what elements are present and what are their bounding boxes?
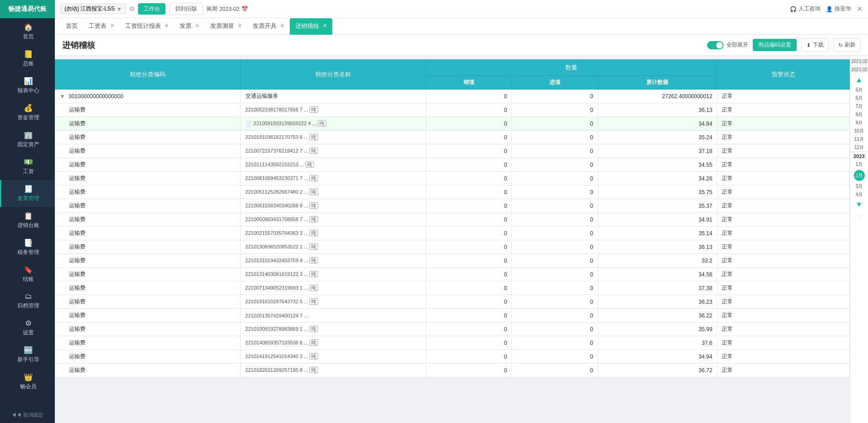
month-9[interactable]: 9月 bbox=[850, 119, 868, 127]
row-tax-code: 2210131403081619122 3 ... 吨 bbox=[240, 268, 426, 281]
tab-invoice[interactable]: 发票 ✕ bbox=[174, 18, 205, 35]
month-8[interactable]: 8月 bbox=[850, 111, 868, 119]
table-row[interactable]: 运输费 2210201357429400124 7 ... 0 0 36.22 … bbox=[55, 309, 850, 323]
row-tax-code: 2210061508340340268 8 ... 吨 bbox=[240, 199, 426, 213]
sidebar-item-ledger[interactable]: 📒 总账 bbox=[0, 45, 55, 72]
row-sales: 0 bbox=[426, 227, 512, 240]
month-5[interactable]: 5月 bbox=[850, 86, 868, 94]
toggle-track[interactable] bbox=[707, 41, 724, 49]
row-name: 运输费 bbox=[55, 240, 241, 254]
table-row[interactable]: 运输费 2210131019432403759 4 ... 吨 0 0 33.2… bbox=[55, 254, 850, 268]
month-12[interactable]: 12月 bbox=[850, 143, 868, 152]
table-row[interactable]: 运输费 2210061508340340268 8 ... 吨 0 0 35.3… bbox=[55, 199, 850, 213]
table-row[interactable]: 运输费 2210071349052319693 1 ... 吨 0 0 37.3… bbox=[55, 281, 850, 295]
calendar-icon[interactable]: 📅 bbox=[241, 6, 248, 12]
table-row[interactable]: 运输费 2210191036192170753 6 ... 吨 0 0 35.2… bbox=[55, 131, 850, 144]
table-row[interactable]: ▼ 301000000000000000 交通运输服务 0 0 27262.40… bbox=[55, 90, 850, 103]
tab-invoice-open[interactable]: 发票开具 ✕ bbox=[247, 18, 290, 35]
sidebar-item-invoice[interactable]: 🧾 发票管理 bbox=[0, 180, 55, 207]
unpin-button[interactable]: ◀◀ 取消固定 bbox=[0, 407, 55, 423]
row-purchase: 0 bbox=[512, 131, 598, 144]
active-month-2[interactable]: 2月 bbox=[854, 170, 865, 181]
tab-salary-table[interactable]: 工资表 ✕ bbox=[83, 18, 120, 35]
sidebar-item-home[interactable]: 🏠 首页 bbox=[0, 18, 55, 45]
sidebar-item-settings[interactable]: ⚙ 设置 bbox=[0, 314, 55, 341]
table-row[interactable]: 运输费 2210111143592152210 ... 吨 0 0 34.55 … bbox=[55, 158, 850, 172]
table-row[interactable]: 运输费 2210081009453230371 7 ... 吨 0 0 34.2… bbox=[55, 172, 850, 185]
table-row[interactable]: 运输费 📄2210091503139659222 4 ... 吨 0 0 34.… bbox=[55, 117, 850, 131]
workbench-button[interactable]: 工作台 bbox=[138, 3, 165, 15]
month-3[interactable]: 3月 bbox=[850, 182, 868, 190]
row-name: 运输费 bbox=[55, 281, 241, 295]
download-button[interactable]: ⬇ 下载 bbox=[801, 38, 829, 52]
user-menu[interactable]: 👤 徐亚华 bbox=[826, 5, 851, 13]
table-row[interactable]: 运输费 2210131403081619122 3 ... 吨 0 0 34.5… bbox=[55, 268, 850, 281]
table-row[interactable]: 运输费 2210050903431708658 7 ... 吨 0 0 34.9… bbox=[55, 213, 850, 227]
table-row[interactable]: 运输费 2210182021269257195 8 ... 吨 0 0 36.7… bbox=[55, 364, 850, 377]
company-selector[interactable]: (勿动) 江西报宝-LSS ▼ bbox=[60, 4, 126, 14]
tab-close-icon[interactable]: ✕ bbox=[165, 23, 169, 29]
row-status: 正常 bbox=[717, 199, 850, 213]
row-status: 正常 bbox=[717, 90, 850, 103]
expand-icon[interactable]: ▲ bbox=[854, 74, 865, 86]
tab-close-icon[interactable]: ✕ bbox=[195, 23, 199, 29]
refresh-button[interactable]: ↻ 刷新 bbox=[833, 38, 861, 52]
table-row[interactable]: 运输费 2210052338178017656 7 ... 吨 0 0 36.1… bbox=[55, 103, 850, 117]
collapse-icon[interactable]: ▼ bbox=[854, 199, 865, 211]
row-name: 运输费 bbox=[55, 364, 241, 377]
settings-button[interactable]: 商品编码设置 bbox=[753, 39, 797, 51]
month-11[interactable]: 11月 bbox=[850, 135, 868, 143]
support-link[interactable]: 🎧 人工咨询 bbox=[790, 5, 820, 13]
row-name: 运输费 bbox=[55, 254, 241, 268]
month-6[interactable]: 6月 bbox=[850, 94, 868, 102]
tab-salary-stats[interactable]: 工资统计报表 ✕ bbox=[120, 18, 174, 35]
sidebar-item-guide[interactable]: 🆕 新手引导 bbox=[0, 341, 55, 368]
expand-toggle[interactable]: 全部展开 bbox=[707, 41, 748, 49]
switch-version-button[interactable]: 切到旧版 bbox=[169, 3, 203, 15]
archive-icon: 🗂 bbox=[25, 292, 32, 301]
tab-sales-check[interactable]: 进销稽核 ✕ bbox=[290, 18, 332, 35]
row-status: 正常 bbox=[717, 172, 850, 185]
row-status: 正常 bbox=[717, 131, 850, 144]
row-name: 运输费 bbox=[55, 268, 241, 281]
sidebar-item-tax[interactable]: 📑 税务管理 bbox=[0, 234, 55, 261]
table-row[interactable]: 运输费 2210021557035764363 3 ... 吨 0 0 35.1… bbox=[55, 227, 850, 240]
table-row[interactable]: 运输费 2210072157376219412 7 ... 吨 0 0 37.1… bbox=[55, 144, 850, 158]
row-sales: 0 bbox=[426, 336, 512, 350]
row-status: 正常 bbox=[717, 185, 850, 199]
tab-close-icon[interactable]: ✕ bbox=[110, 23, 114, 29]
sidebar-item-assets[interactable]: 🏢 固定资产 bbox=[0, 126, 55, 153]
ledger-icon: 📒 bbox=[24, 50, 33, 58]
sidebar-item-sales-desk[interactable]: 📋 进销台账 bbox=[0, 207, 55, 234]
copy-icon[interactable]: ⧉ bbox=[130, 5, 134, 13]
heart-icon[interactable]: ♡ bbox=[854, 211, 864, 223]
row-cumulative: 34.55 bbox=[598, 158, 717, 172]
table-row[interactable]: 运输费 2210140859357103536 6 ... 吨 0 0 37.6… bbox=[55, 336, 850, 350]
sidebar-item-reports[interactable]: 📊 报表中心 bbox=[0, 72, 55, 99]
sidebar-item-salary[interactable]: 💵 工资 bbox=[0, 153, 55, 180]
sidebar-item-archive[interactable]: 🗂 归档管理 bbox=[0, 288, 55, 314]
table-row[interactable]: 运输费 2210130936520853522 1 ... 吨 0 0 36.1… bbox=[55, 240, 850, 254]
tab-invoice-calc[interactable]: 发票测算 ✕ bbox=[205, 18, 247, 35]
close-button[interactable]: ✕ bbox=[857, 5, 863, 13]
month-10[interactable]: 10月 bbox=[850, 127, 868, 135]
tab-home[interactable]: 首页 bbox=[60, 18, 83, 35]
sidebar-item-capital[interactable]: 💰 资金管理 bbox=[0, 99, 55, 126]
month-1[interactable]: 1月 bbox=[850, 160, 868, 169]
sidebar-item-label: 报表中心 bbox=[17, 87, 39, 95]
tab-close-icon[interactable]: ✕ bbox=[323, 23, 327, 29]
table-row[interactable]: 运输费 2210100919278983869 1 ... 吨 0 0 35.9… bbox=[55, 323, 850, 336]
sidebar-item-settlement[interactable]: 🔖 结账 bbox=[0, 261, 55, 288]
month-4[interactable]: 4月 bbox=[850, 190, 868, 199]
tab-close-icon[interactable]: ✕ bbox=[238, 23, 242, 29]
table-row[interactable]: 运输费 2210051125282667480 2 ... 吨 0 0 35.7… bbox=[55, 185, 850, 199]
month-7[interactable]: 7月 bbox=[850, 102, 868, 111]
sidebar-item-member[interactable]: 👑 畅会员 bbox=[0, 368, 55, 395]
tab-close-icon[interactable]: ✕ bbox=[280, 23, 284, 29]
table-row[interactable]: 运输费 2210141912541014340 2 ... 吨 0 0 34.9… bbox=[55, 350, 850, 364]
table-row[interactable]: 运输费 2210191610297643732 5 ... 吨 0 0 36.2… bbox=[55, 295, 850, 309]
row-purchase: 0 bbox=[512, 185, 598, 199]
row-purchase: 0 bbox=[512, 268, 598, 281]
unit-tag: 吨 bbox=[309, 243, 318, 250]
row-status: 正常 bbox=[717, 364, 850, 377]
